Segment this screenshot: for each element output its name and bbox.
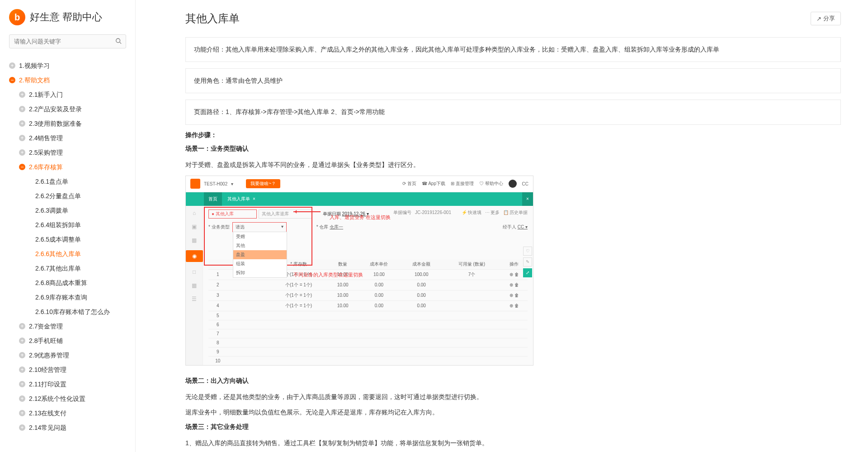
nav-item-2-6-9[interactable]: 2.6.9库存账本查询 [9,290,126,305]
tool-label: 快速填 [468,209,481,216]
plus-icon: + [19,366,25,373]
nav-item-2-14[interactable]: +2.14常见问题 [9,420,126,435]
search-icon[interactable] [115,38,122,45]
dropdown-option: 盘盈 [233,250,287,259]
home-icon: ⌂ [191,209,198,217]
rightbar-icon: ♡ [523,247,532,256]
tab-label: 首页 [208,196,217,202]
close-icon: × [253,196,255,201]
svg-point-0 [116,38,120,43]
nav-item-video[interactable]: +1.视频学习 [9,58,126,73]
role-box: 使用角色：通常由仓管人员维护 [185,68,841,93]
minus-icon: − [9,77,15,83]
share-label: 分享 [823,14,835,23]
plus-icon: + [19,106,25,112]
ss-toolbar: 单据编号 JC-20191226-001 ⚡快速填 ⋯更多 📋历史单据 [393,209,528,216]
ss-test-id: TEST-H002 [204,181,227,186]
nav-item-2-3[interactable]: +2.3使用前数据准备 [9,116,126,131]
wh-value: 仓库一 [330,224,343,229]
table-row: 9 [208,347,528,356]
nav-item-2-6-7[interactable]: 2.6.7其他出库单 [9,261,126,276]
plus-icon: + [19,323,25,329]
ss-body: ⌂ ▣ ▦ ◉ □ ▦ ☰ 单据编号 JC-20191226-001 ⚡快速填 … [186,206,533,365]
doc-icon: ▣ [191,223,198,230]
table-row: 10 [208,356,528,365]
nav-item-2-6-8[interactable]: 2.6.8商品成本重算 [9,276,126,290]
scene2-heading: 场景二：出入方向确认 [185,377,841,385]
nav-item-2-8[interactable]: +2.8手机旺铺 [9,333,126,348]
nav-item-2-1[interactable]: +2.1新手入门 [9,87,126,102]
nav-item-2-5[interactable]: +2.5采购管理 [9,145,126,160]
nav-item-2-6-5[interactable]: 2.6.5成本调整单 [9,232,126,247]
ss-form-row: * 业务类型 请选▾ 受赠 其他 盘盈 组装 拆卸 * 仓库 仓库一 [208,222,528,232]
th: 成本金额 [400,259,443,270]
nav-item-2-6-10[interactable]: 2.6.10库存账本错了怎么办 [9,305,126,319]
nav-item-2-7[interactable]: +2.7资金管理 [9,319,126,333]
scene2-text1: 无论是受赠，还是其他类型的业务，由于入库商品质量等原因，需要退回，这时可通过单据… [185,390,841,403]
ss-help-button: 我要做啥~？ [246,179,280,188]
th: 成本单价 [358,259,401,270]
nav-item-2-6-6[interactable]: 2.6.6其他入库单 [9,247,126,261]
plus-icon: + [19,352,25,358]
nav-label: 2.13在线支付 [29,406,66,420]
nav-label: 2.1新手入门 [29,87,63,102]
nav-label: 2.6.6其他入库单 [35,247,81,261]
plus-icon: + [19,120,25,127]
dropdown-option: 其他 [233,241,287,250]
nav-item-2-6-1[interactable]: 2.6.1盘点单 [9,174,126,189]
ss-top-link: App下载 [428,181,445,186]
intro-text: 功能介绍：其他入库单用来处理除采购入库、产成品入库之外的其他入库业务，因此其他入… [194,46,719,53]
grid-icon: ▦ [191,282,198,289]
ss-topbar: TEST-H002 ▾ 我要做啥~？ ⟳ 首页 ☎ App下载 ⊞ 直接管理 ♡… [186,176,533,192]
nav-item-2-10[interactable]: +2.10经营管理 [9,362,126,377]
nav-label: 2.5采购管理 [29,145,63,160]
nav-label: 2.6.3调拨单 [35,203,68,218]
nav-item-2-13[interactable]: +2.13在线支付 [9,406,126,420]
scene3-text1: 1、赠品入库的商品直接转为销售。通过工具栏【复制/复制为销货单】功能，将单据信息… [185,437,841,449]
nav-label: 2.11打印设置 [29,377,66,391]
ss-top-link: 首页 [407,181,416,186]
nav-label: 2.6.1盘点单 [35,174,68,189]
intro-box: 功能介绍：其他入库单用来处理除采购入库、产成品入库之外的其他入库业务，因此其他入… [185,37,841,62]
path-box: 页面路径：1、库存核算->库存管理->其他入库单 2、首页->常用功能 [185,100,841,124]
plus-icon: + [19,424,25,431]
arrow-icon [293,211,321,212]
search-input[interactable] [9,34,126,48]
page-header: 其他入库单 ↗ 分享 [185,11,841,26]
brand-row: b 好生意 帮助中心 [9,9,126,25]
tool-label: 更多 [491,209,500,216]
nav-label: 2.6.4组装拆卸单 [35,218,81,232]
ss-top-right: ⟳ 首页 ☎ App下载 ⊞ 直接管理 ♡ 帮助中心 CC [402,180,528,188]
ss-tabs: 首页 其他入库单× × [186,192,533,206]
share-button[interactable]: ↗ 分享 [811,12,841,25]
nav-label: 2.8手机旺铺 [29,333,63,348]
table-row: 8 [208,338,528,347]
rightbar-icon: ✎ [523,257,532,266]
nav-item-2-11[interactable]: +2.11打印设置 [9,377,126,391]
nav-label: 2.6.9库存账本查询 [35,290,87,305]
site-title: 好生意 帮助中心 [30,10,102,24]
annotation-text: 入库、退货业务 在这里切换 [330,214,391,221]
tool-label: 历史单据 [509,209,528,216]
nav-tree: +1.视频学习 −2.帮助文档 +2.1新手入门 +2.2产品安装及登录 +2.… [9,58,126,435]
nav-item-2-9[interactable]: +2.9优惠券管理 [9,348,126,362]
nav-item-2-6-4[interactable]: 2.6.4组装拆卸单 [9,218,126,232]
plus-icon: + [19,410,25,416]
avatar-icon [509,180,517,188]
svg-line-1 [120,42,122,44]
nav-item-2-6[interactable]: −2.6库存核算 [9,160,126,174]
nav-item-2-4[interactable]: +2.4销售管理 [9,131,126,145]
ss-username: CC [522,181,528,186]
nav-label: 2.6.7其他出库单 [35,261,81,276]
nav-label: 2.14常见问题 [29,420,66,435]
ss-leftnav: ⌂ ▣ ▦ ◉ □ ▦ ☰ [186,206,203,365]
nav-item-2-2[interactable]: +2.2产品安装及登录 [9,102,126,116]
dropdown-value: 请选 [236,224,245,229]
nav-item-2-6-2[interactable]: 2.6.2分量盘点单 [9,189,126,203]
nav-item-2-6-3[interactable]: 2.6.3调拨单 [9,203,126,218]
nav-item-docs[interactable]: −2.帮助文档 [9,73,126,87]
nav-item-2-12[interactable]: +2.12系统个性化设置 [9,391,126,406]
box-icon: □ [191,268,198,276]
nav-label: 2.3使用前数据准备 [29,116,82,131]
page-title: 其他入库单 [185,11,240,26]
